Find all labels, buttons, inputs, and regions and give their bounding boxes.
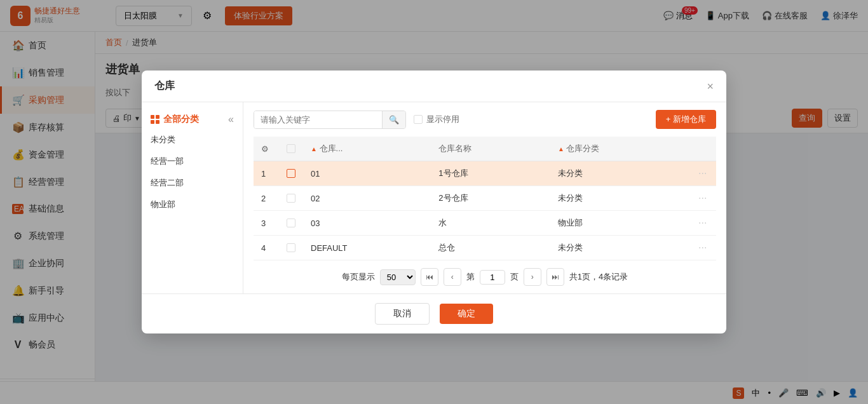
row-actions[interactable]: ··· — [691, 236, 716, 260]
collapse-icon[interactable]: « — [228, 114, 234, 125]
page-input[interactable] — [480, 270, 505, 285]
row-index: 4 — [254, 236, 279, 260]
row-category: 未分类 — [550, 236, 691, 260]
category-item-unclassified[interactable]: 未分类 — [142, 129, 243, 151]
all-categories-label: 全部分类 — [163, 114, 199, 125]
modal-overlay[interactable]: 仓库 × 全部分类 « 未分类 经营一部 经营二部 物业 — [0, 0, 868, 404]
show-disabled-label: 显示停用 — [426, 114, 459, 125]
table-toolbar: 🔍 显示停用 + 新增仓库 — [243, 102, 726, 137]
table-row[interactable]: 3 03 水 物业部 ··· — [254, 211, 716, 236]
category-panel: 全部分类 « 未分类 经营一部 经营二部 物业部 — [142, 102, 243, 293]
row-name: 2号仓库 — [431, 186, 550, 211]
row-code: 02 — [303, 186, 431, 211]
row-index: 3 — [254, 211, 279, 236]
search-box: 🔍 — [254, 111, 406, 129]
next-page-button[interactable]: › — [524, 268, 541, 286]
warehouse-table: ⚙ ▲ 仓库... 仓库名称 — [254, 137, 716, 260]
first-page-button[interactable]: ⏮ — [421, 268, 438, 286]
show-disabled-checkbox[interactable] — [414, 115, 423, 124]
col-name-label: 仓库名称 — [438, 144, 471, 153]
col-checkbox — [279, 137, 303, 161]
all-categories-button[interactable]: 全部分类 — [151, 114, 199, 125]
add-warehouse-button[interactable]: + 新增仓库 — [656, 110, 716, 129]
search-button[interactable]: 🔍 — [382, 111, 405, 128]
row-checkbox[interactable] — [279, 211, 303, 236]
table-panel: 🔍 显示停用 + 新增仓库 — [243, 102, 726, 293]
page-label: 第 — [466, 271, 475, 283]
row-actions[interactable]: ··· — [691, 161, 716, 186]
modal-close-button[interactable]: × — [707, 81, 714, 92]
col-category-label: 仓库分类 — [566, 144, 599, 153]
row-index: 1 — [254, 161, 279, 186]
col-actions — [691, 137, 716, 161]
table-row[interactable]: 4 DEFAULT 总仓 未分类 ··· — [254, 236, 716, 260]
table-body: 1 01 1号仓库 未分类 ··· 2 02 2号仓库 未分类 ··· 3 03… — [254, 161, 716, 260]
row-actions[interactable]: ··· — [691, 186, 716, 211]
table-row[interactable]: 2 02 2号仓库 未分类 ··· — [254, 186, 716, 211]
col-category: ▲ 仓库分类 — [550, 137, 691, 161]
modal-body: 全部分类 « 未分类 经营一部 经营二部 物业部 🔍 — [142, 102, 726, 293]
confirm-button[interactable]: 确定 — [440, 304, 493, 324]
row-checkbox[interactable] — [279, 186, 303, 211]
col-code: ▲ 仓库... — [303, 137, 431, 161]
row-checkbox[interactable] — [279, 161, 303, 186]
search-icon: 🔍 — [389, 115, 399, 125]
row-code: 03 — [303, 211, 431, 236]
sort-icon: ▲ — [311, 145, 317, 152]
modal-title: 仓库 — [154, 79, 175, 93]
show-disabled-toggle: 显示停用 — [414, 114, 459, 125]
row-name: 总仓 — [431, 236, 550, 260]
grid-icon — [151, 115, 159, 124]
per-page-select[interactable]: 50 20 100 — [380, 269, 416, 285]
category-header: 全部分类 « — [142, 110, 243, 129]
category-item-dept2[interactable]: 经营二部 — [142, 172, 243, 194]
search-input[interactable] — [254, 111, 382, 128]
data-table: ⚙ ▲ 仓库... 仓库名称 — [243, 137, 726, 260]
row-category: 物业部 — [550, 211, 691, 236]
row-category: 未分类 — [550, 186, 691, 211]
row-name: 水 — [431, 211, 550, 236]
total-info: 共1页，4条记录 — [569, 271, 628, 283]
col-code-label: 仓库... — [320, 144, 343, 153]
row-checkbox[interactable] — [279, 236, 303, 260]
category-item-property[interactable]: 物业部 — [142, 194, 243, 215]
row-category: 未分类 — [550, 161, 691, 186]
per-page-label: 每页显示 — [342, 271, 375, 283]
table-head: ⚙ ▲ 仓库... 仓库名称 — [254, 137, 716, 161]
modal-header: 仓库 × — [142, 71, 726, 102]
last-page-button[interactable]: ⏭ — [546, 268, 564, 286]
gear-col-icon[interactable]: ⚙ — [261, 144, 269, 154]
row-index: 2 — [254, 186, 279, 211]
col-category-icon: ▲ — [558, 145, 564, 152]
row-name: 1号仓库 — [431, 161, 550, 186]
row-code: DEFAULT — [303, 236, 431, 260]
row-actions[interactable]: ··· — [691, 211, 716, 236]
prev-page-button[interactable]: ‹ — [444, 268, 461, 286]
col-gear: ⚙ — [254, 137, 279, 161]
modal-footer: 取消 确定 — [142, 293, 726, 333]
category-item-dept1[interactable]: 经营一部 — [142, 151, 243, 172]
table-row[interactable]: 1 01 1号仓库 未分类 ··· — [254, 161, 716, 186]
warehouse-modal: 仓库 × 全部分类 « 未分类 经营一部 经营二部 物业 — [142, 71, 726, 333]
col-name: 仓库名称 — [431, 137, 550, 161]
cancel-button[interactable]: 取消 — [375, 303, 430, 325]
pagination: 每页显示 50 20 100 ⏮ ‹ 第 页 › ⏭ 共1页，4条记录 — [243, 260, 726, 293]
select-all-checkbox[interactable] — [287, 144, 295, 153]
page-unit: 页 — [510, 271, 519, 283]
row-code: 01 — [303, 161, 431, 186]
